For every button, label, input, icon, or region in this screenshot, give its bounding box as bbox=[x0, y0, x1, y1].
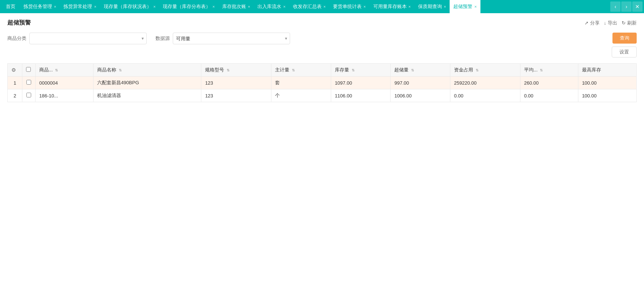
col-header-max[interactable]: 最高库存 bbox=[578, 64, 636, 77]
tab-2[interactable]: 拣货异常处理 × bbox=[60, 0, 100, 13]
export-button[interactable]: ↓ 导出 bbox=[604, 20, 618, 26]
tab-7[interactable]: 收发存汇总表 × bbox=[289, 0, 329, 13]
filter-datasource: 数据源 可用量 库存量 ▾ bbox=[155, 33, 290, 44]
cell-name: 机油滤清器 bbox=[93, 89, 201, 102]
filter-actions: 查询 设置 bbox=[612, 33, 637, 58]
row-checkbox-1[interactable] bbox=[26, 93, 31, 97]
tab-5[interactable]: 库存批次账 × bbox=[219, 0, 254, 13]
sort-capital-icon: ⇅ bbox=[476, 68, 479, 72]
row-checkbox-0[interactable] bbox=[26, 80, 31, 85]
col-header-stock[interactable]: 库存量 ⇅ bbox=[331, 64, 391, 77]
nav-close-btn[interactable]: ✕ bbox=[632, 1, 643, 12]
query-button[interactable]: 查询 bbox=[612, 33, 637, 44]
table-header-row: ⚙ 商品... ⇅ 商品名称 ⇅ 规格型号 ⇅ 主计量 bbox=[8, 64, 637, 77]
tab-4[interactable]: 现存量（库存分布表） × bbox=[159, 0, 218, 13]
cell-spec: 123 bbox=[201, 89, 271, 102]
cell-num: 2 bbox=[8, 89, 22, 102]
topbar: 首页 拣货任务管理 × 拣货异常处理 × 现存量（库存状况表） × 现存量（库存… bbox=[0, 0, 644, 13]
cell-unit: 套 bbox=[271, 77, 331, 89]
sort-stock-icon: ⇅ bbox=[352, 68, 355, 72]
col-header-spec[interactable]: 规格型号 ⇅ bbox=[201, 64, 271, 77]
share-button[interactable]: ➚ 分享 bbox=[585, 20, 600, 26]
cell-over: 1006.00 bbox=[391, 89, 450, 102]
datasource-label: 数据源 bbox=[155, 35, 170, 42]
cell-num: 1 bbox=[8, 77, 22, 89]
cell-over: 997.00 bbox=[391, 77, 450, 89]
cell-capital: 259220.00 bbox=[450, 77, 520, 89]
tab-6[interactable]: 出入库流水 × bbox=[254, 0, 289, 13]
cell-code: 0000004 bbox=[36, 77, 94, 89]
col-header-over[interactable]: 超储量 ⇅ bbox=[391, 64, 450, 77]
category-select-wrapper: ▾ bbox=[29, 33, 147, 44]
header-actions: ➚ 分享 ↓ 导出 ↻ 刷新 bbox=[585, 20, 637, 26]
cell-max: 100.00 bbox=[578, 77, 636, 89]
share-icon: ➚ bbox=[585, 20, 589, 26]
tab-8[interactable]: 要货单统计表 × bbox=[329, 0, 369, 13]
cell-avg: 0.00 bbox=[520, 89, 578, 102]
datasource-select[interactable]: 可用量 库存量 bbox=[173, 33, 290, 44]
col-header-avg[interactable]: 平均... ⇅ bbox=[520, 64, 578, 77]
settings-icon[interactable]: ⚙ bbox=[11, 67, 16, 73]
datasource-select-wrapper: 可用量 库存量 ▾ bbox=[173, 33, 290, 44]
page-header: 超储预警 ➚ 分享 ↓ 导出 ↻ 刷新 bbox=[7, 19, 637, 27]
cell-name: 六配套新昌490BPG bbox=[93, 77, 201, 89]
category-label: 商品分类 bbox=[7, 35, 26, 42]
sort-unit-icon: ⇅ bbox=[292, 68, 295, 72]
sort-code-icon: ⇅ bbox=[55, 68, 58, 72]
cell-check bbox=[22, 77, 36, 89]
cell-check bbox=[22, 89, 36, 102]
col-header-code[interactable]: 商品... ⇅ bbox=[36, 64, 94, 77]
tab-8-close[interactable]: × bbox=[363, 4, 366, 9]
tab-10[interactable]: 保质期查询 × bbox=[414, 0, 450, 13]
cell-max: 100.00 bbox=[578, 89, 636, 102]
col-header-capital[interactable]: 资金占用 ⇅ bbox=[450, 64, 520, 77]
refresh-icon: ↻ bbox=[622, 20, 626, 26]
cell-stock: 1097.00 bbox=[331, 77, 391, 89]
table-row: 1 0000004 六配套新昌490BPG 123 套 1097.00 997.… bbox=[8, 77, 637, 89]
tab-5-close[interactable]: × bbox=[248, 4, 250, 9]
category-select[interactable] bbox=[29, 33, 147, 44]
page-title: 超储预警 bbox=[7, 19, 31, 27]
tab-4-close[interactable]: × bbox=[212, 4, 215, 9]
tab-2-close[interactable]: × bbox=[94, 4, 96, 9]
filter-category: 商品分类 ▾ bbox=[7, 33, 147, 44]
select-all-checkbox[interactable] bbox=[26, 67, 31, 72]
cell-unit: 个 bbox=[271, 89, 331, 102]
tab-11-close[interactable]: × bbox=[474, 4, 476, 9]
refresh-button[interactable]: ↻ 刷新 bbox=[622, 20, 637, 26]
tab-3-close[interactable]: × bbox=[153, 4, 155, 9]
nav-home[interactable]: 首页 bbox=[1, 3, 20, 10]
tab-1-close[interactable]: × bbox=[54, 4, 56, 9]
tab-3[interactable]: 现存量（库存状况表） × bbox=[100, 0, 159, 13]
tab-7-close[interactable]: × bbox=[323, 4, 326, 9]
tab-10-close[interactable]: × bbox=[444, 4, 446, 9]
sort-name-icon: ⇅ bbox=[119, 68, 122, 72]
cell-spec: 123 bbox=[201, 77, 271, 89]
nav-prev-btn[interactable]: ‹ bbox=[610, 1, 621, 12]
topbar-nav: ‹ › ✕ bbox=[610, 1, 643, 12]
sort-avg-icon: ⇅ bbox=[540, 68, 543, 72]
tab-9-close[interactable]: × bbox=[409, 4, 411, 9]
tab-11[interactable]: 超储预警 × bbox=[450, 0, 480, 13]
sort-over-icon: ⇅ bbox=[411, 68, 414, 72]
cell-capital: 0.00 bbox=[450, 89, 520, 102]
col-header-check bbox=[22, 64, 36, 77]
cell-stock: 1106.00 bbox=[331, 89, 391, 102]
cell-code: 186-10... bbox=[36, 89, 94, 102]
table-row: 2 186-10... 机油滤清器 123 个 1106.00 1006.00 … bbox=[8, 89, 637, 102]
col-header-settings: ⚙ bbox=[8, 64, 22, 77]
col-header-name[interactable]: 商品名称 ⇅ bbox=[93, 64, 201, 77]
data-table: ⚙ 商品... ⇅ 商品名称 ⇅ 规格型号 ⇅ 主计量 bbox=[7, 63, 637, 102]
cell-avg: 260.00 bbox=[520, 77, 578, 89]
setting-button[interactable]: 设置 bbox=[612, 47, 637, 58]
tab-6-close[interactable]: × bbox=[283, 4, 285, 9]
export-icon: ↓ bbox=[604, 20, 607, 26]
nav-next-btn[interactable]: › bbox=[621, 1, 632, 12]
tab-1[interactable]: 拣货任务管理 × bbox=[20, 0, 60, 13]
sort-spec-icon: ⇅ bbox=[227, 68, 230, 72]
tab-9[interactable]: 可用量库存账本 × bbox=[370, 0, 414, 13]
col-header-unit[interactable]: 主计量 ⇅ bbox=[271, 64, 331, 77]
page-content: 超储预警 ➚ 分享 ↓ 导出 ↻ 刷新 商品分类 bbox=[0, 13, 644, 293]
